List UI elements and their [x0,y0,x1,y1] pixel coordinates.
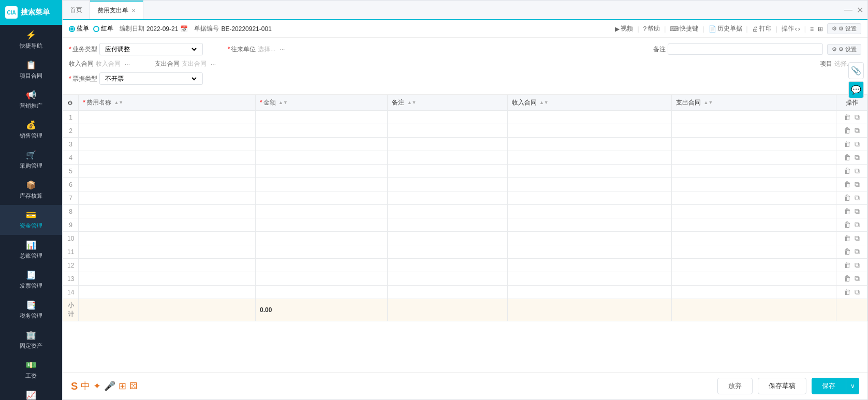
expense-name-cell[interactable] [79,151,256,165]
expense-contract-cell[interactable] [672,245,836,259]
copy-row-button[interactable]: ⧉ [854,207,861,216]
income-contract-cell[interactable] [507,111,672,124]
zhong-icon[interactable]: 中 [81,380,90,392]
sidebar-item-sales[interactable]: 💰 销售管理 [0,115,62,145]
copy-row-button[interactable]: ⧉ [854,288,861,297]
delete-row-button[interactable]: 🗑 [843,261,852,269]
mic-icon[interactable]: 🎤 [104,380,115,392]
expense-name-cell[interactable] [79,138,256,151]
copy-row-button[interactable]: ⧉ [854,220,861,229]
income-contract-cell[interactable] [507,205,672,218]
income-contract-cell[interactable] [507,124,672,138]
remark-cell[interactable] [388,259,507,272]
delete-row-button[interactable]: 🗑 [843,140,852,148]
expense-name-cell[interactable] [79,245,256,259]
delete-row-button[interactable]: 🗑 [843,153,852,161]
remark-cell[interactable] [388,232,507,245]
delete-row-button[interactable]: 🗑 [843,180,852,188]
sidebar-item-accounting[interactable]: 📊 总账管理 [0,235,62,265]
dot-icon[interactable]: ✦ [93,380,101,392]
view-list-icon[interactable]: ≡ [810,25,814,33]
video-btn[interactable]: ▶ 视频 [615,24,633,33]
print-btn[interactable]: 🖨 打印 [752,24,772,33]
remark-cell[interactable] [388,191,507,205]
expense-contract-cell[interactable] [672,286,836,299]
remark-input[interactable] [668,43,823,55]
window-close-icon[interactable]: ✕ [857,5,863,15]
comment-button[interactable]: 💬 [848,81,864,98]
remark-cell[interactable] [388,138,507,151]
income-contract-cell[interactable] [507,138,672,151]
expense-contract-cell[interactable] [672,272,836,286]
business-type-select[interactable]: 应付调整 [100,43,198,55]
copy-row-button[interactable]: ⧉ [854,274,861,283]
sidebar-item-tax[interactable]: 📑 税务管理 [0,295,62,325]
remark-cell[interactable] [388,151,507,165]
copy-row-button[interactable]: ⧉ [854,247,861,256]
amount-cell[interactable] [256,205,388,218]
remark-cell[interactable] [388,165,507,178]
delete-row-button[interactable]: 🗑 [843,234,852,242]
tab-close-icon[interactable]: ✕ [131,8,136,13]
expense-contract-cell[interactable] [672,124,836,138]
delete-row-button[interactable]: 🗑 [843,126,852,135]
remark-cell[interactable] [388,245,507,259]
calendar-icon[interactable]: 📅 [180,25,188,33]
amount-cell[interactable] [256,151,388,165]
delete-row-button[interactable]: 🗑 [843,207,852,215]
sidebar-item-quick-nav[interactable]: ⚡ 快捷导航 [0,25,62,55]
operate-btn[interactable]: 操作 ‹ › [782,24,800,33]
view-grid-icon[interactable]: ⊞ [818,25,823,33]
delete-row-button[interactable]: 🗑 [843,288,852,296]
expense-contract-cell[interactable] [672,218,836,232]
settings-btn-top[interactable]: ⚙ ⚙ 设置 [827,44,861,55]
sidebar-item-inventory[interactable]: 📦 库存核算 [0,175,62,205]
expense-name-cell[interactable] [79,178,256,191]
amount-cell[interactable] [256,272,388,286]
expense-name-cell[interactable] [79,205,256,218]
remark-cell[interactable] [388,111,507,124]
expense-name-cell[interactable] [79,191,256,205]
expense-name-cell[interactable] [79,259,256,272]
income-contract-dots-icon[interactable]: ··· [125,61,130,68]
sort-icon[interactable]: ▲▼ [704,100,713,105]
sidebar-item-invoice[interactable]: 🧾 发票管理 [0,265,62,295]
expense-contract-cell[interactable] [672,165,836,178]
expense-contract-cell[interactable] [672,259,836,272]
remark-cell[interactable] [388,286,507,299]
discard-button[interactable]: 放弃 [717,378,753,394]
copy-row-button[interactable]: ⧉ [854,153,861,162]
counterpart-dots-icon[interactable]: ··· [279,46,285,53]
sidebar-item-fixed-assets[interactable]: 🏢 固定资产 [0,325,62,355]
copy-row-button[interactable]: ⧉ [854,113,861,122]
sidebar-item-operations[interactable]: 📈 经营管理 [0,385,62,400]
expense-name-cell[interactable] [79,218,256,232]
sidebar-item-purchase[interactable]: 🛒 采购管理 [0,145,62,175]
history-btn[interactable]: 📄 历史单据 [709,24,742,33]
amount-cell[interactable] [256,138,388,151]
income-contract-cell[interactable] [507,165,672,178]
sort-icon[interactable]: ▲▼ [278,100,288,105]
sidebar-item-marketing[interactable]: 📢 营销推广 [0,85,62,115]
sort-icon[interactable]: ▲▼ [407,100,417,105]
expense-name-cell[interactable] [79,165,256,178]
income-contract-cell[interactable] [507,286,672,299]
expense-name-cell[interactable] [79,232,256,245]
amount-cell[interactable] [256,124,388,138]
expense-contract-cell[interactable] [672,151,836,165]
expense-contract-cell[interactable] [672,111,836,124]
remark-cell[interactable] [388,205,507,218]
delete-row-button[interactable]: 🗑 [843,194,852,202]
save-draft-button[interactable]: 保存草稿 [758,378,806,394]
delete-row-button[interactable]: 🗑 [843,220,852,229]
sidebar-item-project-contract[interactable]: 📋 项目合同 [0,55,62,85]
expense-name-cell[interactable] [79,286,256,299]
amount-cell[interactable] [256,178,388,191]
income-contract-cell[interactable] [507,232,672,245]
remark-cell[interactable] [388,218,507,232]
delete-row-button[interactable]: 🗑 [843,247,852,256]
amount-cell[interactable] [256,245,388,259]
sidebar-logo[interactable]: CIA 搜索菜单 [0,0,62,25]
copy-row-button[interactable]: ⧉ [854,180,861,189]
help-btn[interactable]: ? 帮助 [643,24,660,33]
